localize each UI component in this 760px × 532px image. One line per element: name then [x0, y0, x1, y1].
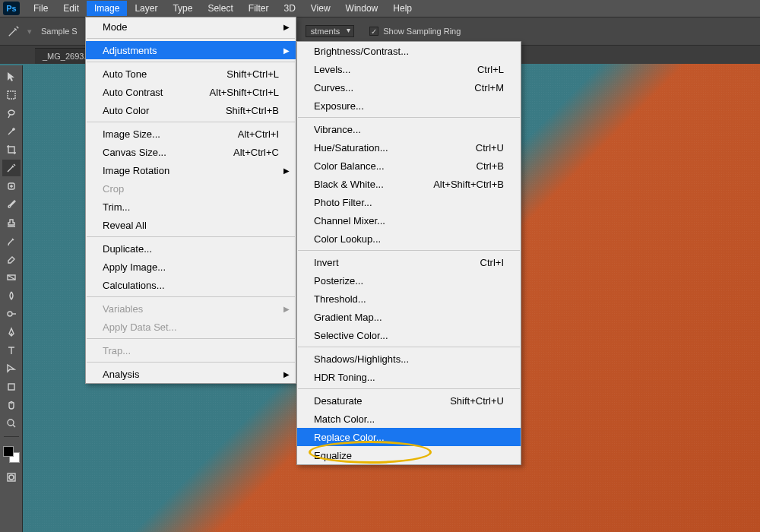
adjustments-item[interactable]: Match Color... — [297, 410, 521, 428]
image-menu-item: Crop — [86, 179, 296, 198]
svg-point-5 — [8, 420, 14, 426]
stamp-tool[interactable] — [2, 214, 21, 231]
image-menu-item: Apply Data Set... — [86, 318, 296, 336]
type-tool[interactable] — [2, 342, 21, 359]
adjustments-item[interactable]: DesaturateShift+Ctrl+U — [297, 391, 521, 410]
menu-select[interactable]: Select — [200, 1, 240, 16]
menubar: Ps FileEditImageLayerTypeSelectFilter3DV… — [0, 0, 760, 17]
svg-point-3 — [8, 312, 12, 316]
crop-tool[interactable] — [2, 141, 21, 158]
menu-view[interactable]: View — [303, 1, 338, 16]
toolbox — [0, 65, 23, 532]
image-menu: Mode▶Adjustments▶Auto ToneShift+Ctrl+LAu… — [85, 17, 296, 384]
svg-rect-0 — [8, 91, 15, 99]
svg-rect-4 — [8, 384, 14, 390]
image-menu-item: Trap... — [86, 341, 296, 359]
submenu-arrow-icon: ▶ — [283, 23, 290, 31]
image-menu-item[interactable]: Calculations... — [86, 276, 296, 294]
dodge-tool[interactable] — [2, 306, 21, 322]
marquee-tool[interactable] — [2, 87, 21, 103]
color-swatches[interactable] — [3, 446, 20, 463]
image-menu-item[interactable]: Auto ContrastAlt+Shift+Ctrl+L — [86, 83, 296, 101]
adjustments-item[interactable]: Black & White...Alt+Shift+Ctrl+B — [297, 175, 521, 193]
image-menu-item[interactable]: Image Rotation▶ — [86, 161, 296, 179]
adjustments-item[interactable]: Replace Color... — [297, 428, 521, 446]
image-menu-item[interactable]: Auto ToneShift+Ctrl+L — [86, 65, 296, 83]
adjustments-item[interactable]: Curves...Ctrl+M — [297, 78, 521, 97]
eraser-tool[interactable] — [2, 251, 21, 268]
adjustments-item[interactable]: Levels...Ctrl+L — [297, 60, 521, 78]
move-tool[interactable] — [2, 68, 21, 85]
adjustments-item[interactable]: Threshold... — [297, 290, 521, 308]
image-menu-item[interactable]: Adjustments▶ — [86, 41, 296, 59]
submenu-arrow-icon: ▶ — [283, 370, 290, 378]
eyedropper-icon — [6, 24, 21, 39]
lasso-tool[interactable] — [2, 105, 21, 122]
adjustments-item[interactable]: Color Balance...Ctrl+B — [297, 157, 521, 175]
menu-window[interactable]: Window — [338, 1, 386, 16]
adjustments-item[interactable]: Posterize... — [297, 271, 521, 290]
gradient-tool[interactable] — [2, 269, 21, 286]
adjustments-item[interactable]: Equalize — [297, 446, 521, 464]
eyedropper-tool[interactable] — [2, 160, 21, 176]
pen-tool[interactable] — [2, 324, 21, 340]
hand-tool[interactable] — [2, 397, 21, 413]
adjustments-item[interactable]: Brightness/Contrast... — [297, 42, 521, 60]
image-menu-item[interactable]: Duplicate... — [86, 239, 296, 258]
adjustments-item[interactable]: Channel Mixer... — [297, 211, 521, 230]
image-menu-item[interactable]: Image Size...Alt+Ctrl+I — [86, 125, 296, 143]
show-sampling-ring-checkbox[interactable]: ✓ Show Sampling Ring — [369, 27, 461, 36]
image-menu-item[interactable]: Trim... — [86, 198, 296, 216]
adjustments-item[interactable]: Vibrance... — [297, 120, 521, 138]
shape-tool[interactable] — [2, 378, 21, 395]
options-dropdown[interactable]: stments — [306, 25, 355, 37]
adjustments-item[interactable]: HDR Toning... — [297, 368, 521, 386]
wand-tool[interactable] — [2, 123, 21, 140]
image-menu-item[interactable]: Analysis▶ — [86, 365, 296, 383]
image-menu-item[interactable]: Auto ColorShift+Ctrl+B — [86, 101, 296, 119]
adjustments-item[interactable]: Color Lookup... — [297, 230, 521, 248]
adjustments-submenu: Brightness/Contrast...Levels...Ctrl+LCur… — [296, 41, 521, 465]
quickmask-tool[interactable] — [2, 469, 21, 486]
image-menu-item[interactable]: Apply Image... — [86, 258, 296, 276]
image-menu-item: Variables▶ — [86, 299, 296, 318]
menu-filter[interactable]: Filter — [241, 1, 277, 16]
menu-layer[interactable]: Layer — [127, 1, 165, 16]
adjustments-item[interactable]: Hue/Saturation...Ctrl+U — [297, 138, 521, 157]
adjustments-item[interactable]: Photo Filter... — [297, 193, 521, 211]
submenu-arrow-icon: ▶ — [283, 46, 290, 55]
adjustments-item[interactable]: Exposure... — [297, 97, 521, 115]
adjustments-item[interactable]: Selective Color... — [297, 326, 521, 344]
menu-edit[interactable]: Edit — [55, 1, 87, 16]
menu-type[interactable]: Type — [165, 1, 200, 16]
menu-3d[interactable]: 3D — [276, 1, 302, 16]
image-menu-item[interactable]: Canvas Size...Alt+Ctrl+C — [86, 143, 296, 161]
brush-tool[interactable] — [2, 196, 21, 213]
heal-tool[interactable] — [2, 178, 21, 195]
menu-help[interactable]: Help — [385, 1, 420, 16]
sample-label: Sample S — [41, 27, 78, 36]
zoom-tool[interactable] — [2, 415, 21, 432]
checkbox-icon: ✓ — [369, 27, 378, 36]
adjustments-item[interactable]: Gradient Map... — [297, 308, 521, 326]
menu-image[interactable]: Image — [87, 1, 127, 16]
blur-tool[interactable] — [2, 287, 21, 304]
adjustments-item[interactable]: InvertCtrl+I — [297, 253, 521, 271]
adjustments-item[interactable]: Shadows/Highlights... — [297, 350, 521, 368]
app-logo: Ps — [3, 2, 20, 15]
history-brush-tool[interactable] — [2, 233, 21, 249]
menu-file[interactable]: File — [26, 1, 55, 16]
image-menu-item[interactable]: Reveal All — [86, 216, 296, 234]
submenu-arrow-icon: ▶ — [283, 305, 290, 313]
path-tool[interactable] — [2, 360, 21, 377]
submenu-arrow-icon: ▶ — [283, 166, 290, 175]
image-menu-item[interactable]: Mode▶ — [86, 17, 296, 36]
svg-point-7 — [9, 475, 14, 480]
